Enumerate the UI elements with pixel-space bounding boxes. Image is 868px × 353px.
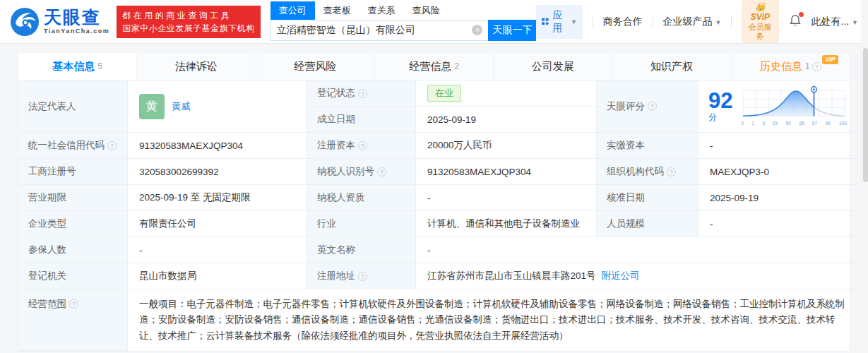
tab-company-development[interactable]: 公司发展	[494, 53, 612, 80]
score-value[interactable]: 92分	[698, 80, 857, 133]
staff-size-label: 人员规模	[596, 211, 698, 237]
top-header: 天眼查 TianYanCha.com 都在用的商业查询工具 国家中小企业发展子基…	[0, 0, 868, 44]
uscc-value: 91320583MAEXJQP304	[128, 133, 307, 159]
tab-count: 1	[805, 61, 810, 71]
tab-count: 5	[97, 61, 102, 71]
nav-enterprise-label: 企业级产品	[663, 16, 713, 27]
staff-size-value: -	[698, 211, 857, 237]
org-code-value: MAEXJQP3-0	[698, 159, 857, 185]
tab-operation-info[interactable]: 经营信息2	[375, 53, 494, 80]
reg-authority-value: 昆山市数据局	[128, 263, 307, 289]
legal-rep-label: 法定代表人	[18, 80, 128, 133]
reg-address-value: 江苏省苏州市昆山市玉山镇晨丰路201号 附近公司	[416, 263, 857, 289]
scrollbar-thumb[interactable]	[863, 48, 868, 182]
brand-domain: TianYanCha.com	[44, 28, 109, 35]
biz-scope-value: 一般项目：电子元器件制造；电子元器件零售；计算机软硬件及外围设备制造；计算机软硬…	[128, 289, 857, 351]
reg-authority-label: 登记机关	[18, 263, 128, 289]
address-text: 江苏省苏州市昆山市玉山镇晨丰路201号	[427, 270, 596, 282]
search-module: 查公司 查老板 查关系 查风险 × 天眼一下	[270, 3, 537, 41]
industry-label: 行业	[307, 211, 416, 237]
tab-operation-risk[interactable]: 经营风险	[256, 53, 375, 80]
company-type-value: 有限责任公司	[128, 211, 307, 237]
help-icon[interactable]: ?	[69, 299, 78, 309]
legal-rep-link[interactable]: 黄威	[172, 100, 191, 113]
tab-basic-info[interactable]: 基本信息5	[18, 53, 137, 80]
brand-slogan: 都在用的商业查询工具 国家中小企业发展子基金旗下机构	[117, 6, 261, 38]
tab-label: 法律诉讼	[175, 60, 218, 73]
help-icon[interactable]: ?	[107, 141, 117, 150]
org-code-label: 组织机构代码?	[596, 159, 698, 185]
notification-bell[interactable]	[789, 14, 802, 29]
svip-sublabel: 会员服务	[747, 23, 773, 41]
nearby-companies-link[interactable]: 附近公司	[602, 270, 640, 282]
tab-history-info[interactable]: VIP 历史信息1 ?	[732, 53, 850, 80]
clear-search-icon[interactable]: ×	[472, 25, 482, 35]
tianyancha-logo[interactable]: 天眼查 TianYanCha.com	[10, 7, 109, 37]
search-tab-company[interactable]: 查公司	[270, 1, 315, 20]
tab-label: 知识产权	[650, 60, 693, 73]
tab-label: 经营信息	[409, 60, 451, 73]
approval-date-label: 核准日期	[596, 185, 698, 211]
account-menu[interactable]: 此处有... ▼	[811, 16, 858, 28]
reg-status-label: 登记状态?	[307, 80, 416, 107]
nav-cooperation[interactable]: 商务合作	[603, 16, 643, 28]
company-type-label: 企业类型	[18, 211, 128, 237]
tab-intellectual-property[interactable]: 知识产权	[612, 53, 731, 80]
nav-enterprise[interactable]: 企业级产品 ▼	[663, 16, 722, 28]
detail-tabbar: 基本信息5 法律诉讼 经营风险 经营信息2 公司发展 知识产权 VIP 历史信息…	[18, 53, 850, 80]
tab-count: 2	[454, 61, 459, 71]
help-icon[interactable]: ?	[648, 102, 657, 111]
est-date-label: 成立日期	[307, 107, 416, 133]
svip-member-button[interactable]: 👑SVIP 会员服务	[742, 0, 778, 43]
legal-rep-value: 黄 黄威	[128, 80, 307, 133]
tab-label: 经营风险	[294, 60, 336, 73]
english-name-value: -	[416, 237, 857, 263]
vip-badge: VIP	[822, 55, 838, 64]
reg-capital-label: 注册资本?	[307, 133, 416, 159]
divider	[593, 16, 593, 28]
biz-term-value: 2025-09-19 至 无固定期限	[128, 185, 307, 211]
tianyancha-eye-icon	[10, 7, 40, 37]
help-icon[interactable]: ?	[812, 62, 821, 71]
help-icon[interactable]: ?	[667, 167, 676, 176]
uscc-label: 统一社会信用代码?	[18, 133, 128, 159]
chevron-down-icon: ▼	[571, 18, 577, 25]
tab-label: 基本信息	[52, 60, 95, 73]
reg-no-label: 工商注册号	[18, 159, 128, 185]
reg-status-value: 在业	[416, 80, 596, 107]
search-tab-risk[interactable]: 查风险	[404, 1, 448, 20]
avatar[interactable]: 黄	[139, 94, 165, 119]
help-icon[interactable]: ?	[358, 272, 367, 281]
tab-legal-litigation[interactable]: 法律诉讼	[137, 53, 256, 80]
score-label: 天眼评分?	[596, 80, 698, 133]
notification-dot	[799, 12, 804, 17]
page-gap	[0, 44, 868, 53]
header-nav: 应用 ▼ 商务合作 企业级产品 ▼ 👑SVIP 会员服务 此处有... ▼	[536, 0, 858, 43]
search-tab-boss[interactable]: 查老板	[315, 1, 359, 20]
search-button[interactable]: 天眼一下	[488, 20, 536, 41]
search-input[interactable]	[277, 25, 472, 36]
approval-date-value: 2025-09-19	[698, 185, 857, 211]
chevron-down-icon: ▼	[852, 19, 858, 26]
score-number: 92	[708, 88, 732, 113]
help-icon[interactable]: ?	[358, 141, 367, 150]
apps-grid-icon	[542, 17, 549, 26]
help-icon[interactable]: ?	[377, 167, 386, 176]
help-icon[interactable]: ?	[358, 89, 367, 98]
apps-menu[interactable]: 应用 ▼	[536, 5, 582, 39]
reg-address-label: 注册地址?	[307, 263, 416, 289]
est-date-value: 2025-09-19	[416, 107, 596, 133]
search-tab-relation[interactable]: 查关系	[359, 1, 404, 20]
score-unit: 分	[708, 112, 717, 122]
search-tabs: 查公司 查老板 查关系 查风险	[270, 3, 537, 20]
tab-label: 公司发展	[532, 60, 574, 73]
brand-name: 天眼查	[44, 8, 109, 26]
basic-info-table: 法定代表人 黄 黄威 登记状态? 在业 天眼评分? 92分	[18, 80, 850, 351]
slogan-line1: 都在用的商业查询工具	[122, 9, 255, 22]
status-badge: 在业	[427, 85, 461, 102]
divider	[653, 16, 653, 28]
apps-label: 应用	[552, 9, 567, 35]
score-distribution-chart: 0131550859799100	[741, 86, 847, 126]
page-scrollbar[interactable]	[862, 0, 868, 353]
taxpayer-id-value: 91320583MAEXJQP304	[416, 159, 596, 185]
